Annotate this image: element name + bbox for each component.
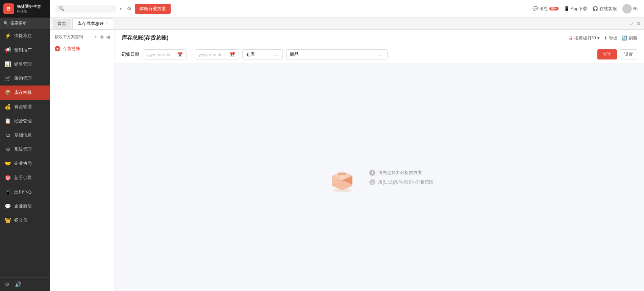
sidebar-item-purchase[interactable]: 🛒 采购管理 <box>0 71 50 86</box>
newuser-icon: 🎯 <box>5 175 11 181</box>
scheme-item-inventory-ledger[interactable]: ★ 存货总账 <box>50 43 115 55</box>
finance-icon: 💰 <box>5 104 11 110</box>
sidebar-nav: ⚡ 快捷导航 📢 营销推广 📊 销售管理 🛒 采购管理 📦 库存核算 💰 资金管… <box>0 29 50 277</box>
date-range-group: yyyy-mm-dd 📅 — yyyy-mm-dd 📅 <box>143 49 239 59</box>
tip-num-1: 1 <box>369 170 375 176</box>
calendar-to-icon: 📅 <box>229 52 235 57</box>
topbar-search-icon: 🔍 <box>59 6 64 11</box>
sidebar-item-operations[interactable]: 📋 经营管理 <box>0 114 50 128</box>
sidebar-item-finance[interactable]: 💰 资金管理 <box>0 100 50 114</box>
empty-illustration <box>325 161 359 194</box>
purchase-icon: 🛒 <box>5 75 11 81</box>
add-scheme-icon[interactable]: ＋ <box>93 34 98 40</box>
tip-num-2: 2 <box>369 179 375 185</box>
content-area: 按以下方案查询 ＋ ⊗ ◀ ★ 存货总账 库存总账(存货总账) 🖨 <box>50 30 644 291</box>
date-separator: — <box>189 52 193 57</box>
sidebar-item-appcenter[interactable]: 📱 应用中心 <box>0 185 50 199</box>
refresh-icon: 🔄 <box>622 35 627 41</box>
topbar-dropdown-icon[interactable]: ▾ <box>120 6 122 11</box>
filter-bar: 记账日期 yyyy-mm-dd 📅 — yyyy-mm-dd 📅 仓库 … <box>115 45 644 64</box>
online-support-btn[interactable]: 🎧 在线客服 <box>593 6 617 12</box>
print-btn[interactable]: 🖨 按模板打印 ▾ <box>568 35 600 41</box>
search-icon: 🔍 <box>3 21 8 26</box>
tab-close-icon[interactable]: × <box>106 21 108 26</box>
tab-inventory-ledger[interactable]: 库存成本总账 × <box>72 18 113 29</box>
topbar-settings-icon[interactable]: ⚙ <box>127 5 131 12</box>
date-to-placeholder: yyyy-mm-dd <box>199 52 223 57</box>
appcenter-icon: 📱 <box>5 189 11 195</box>
sidebar: B 畅捷通好生意 标准版 🔍 搜索菜单 ⚡ 快捷导航 📢 营销推广 📊 销售管理… <box>0 0 50 291</box>
operations-icon: 📋 <box>5 118 11 124</box>
inventory-icon: 📦 <box>5 90 11 96</box>
user-avatar <box>622 4 632 14</box>
sidebar-item-basic[interactable]: 🗂 基础信息 <box>0 128 50 142</box>
left-panel: 按以下方案查询 ＋ ⊗ ◀ ★ 存货总账 <box>50 30 115 291</box>
empty-state: 1 请先选择要分析的方案 2 用[过滤]条件来缩小分析范围 <box>325 161 433 194</box>
app-download-btn[interactable]: 📱 App下载 <box>564 6 587 12</box>
topbar-right: 💬 消息 99+ 📱 App下载 🎧 在线客服 Rit <box>532 4 639 14</box>
download-icon: 📱 <box>564 6 569 11</box>
sound-footer-icon[interactable]: 🔊 <box>15 281 22 288</box>
basic-icon: 🗂 <box>5 132 11 138</box>
page-title: 库存总账(存货总账) <box>122 34 169 42</box>
data-area: 1 请先选择要分析的方案 2 用[过滤]条件来缩小分析范围 <box>115 64 644 291</box>
settings-footer-icon[interactable]: ⚙ <box>5 281 9 288</box>
messages-btn[interactable]: 💬 消息 99+ <box>532 6 559 12</box>
refresh-btn[interactable]: 🔄 刷新 <box>622 35 637 41</box>
left-panel-header: 按以下方案查询 ＋ ⊗ ◀ <box>50 30 115 43</box>
sidebar-logo: B 畅捷通好生意 标准版 <box>0 0 50 18</box>
sidebar-item-vip[interactable]: 👑 畅会员 <box>0 213 50 227</box>
warehouse-filter[interactable]: 仓库 … <box>242 49 283 59</box>
sidebar-item-quick-nav[interactable]: ⚡ 快捷导航 <box>0 29 50 43</box>
calendar-from-icon: 📅 <box>177 52 183 57</box>
quick-nav-icon: ⚡ <box>5 33 11 39</box>
marketing-icon: 📢 <box>5 47 11 53</box>
date-to-input[interactable]: yyyy-mm-dd 📅 <box>195 49 239 59</box>
print-dropdown-icon[interactable]: ▾ <box>597 35 600 41</box>
sidebar-item-inventory[interactable]: 📦 库存核算 <box>0 86 50 100</box>
app-logo-icon: B <box>3 3 14 14</box>
date-from-input[interactable]: yyyy-mm-dd 📅 <box>143 49 187 59</box>
search-btn[interactable]: 查询 <box>597 49 617 59</box>
topbar: 🔍 ▾ ⚙ 体验行业方案 💬 消息 99+ 📱 App下载 🎧 在线客服 Rit <box>50 0 644 18</box>
resize-icon[interactable]: ⤢ <box>630 21 634 26</box>
filter-actions: 查询 设置 <box>597 49 637 59</box>
svg-marker-6 <box>338 173 346 175</box>
sidebar-item-newuser[interactable]: 🎯 新手引导 <box>0 171 50 185</box>
scheme-dot: ★ <box>55 46 60 51</box>
tab-home[interactable]: 首页 <box>53 19 71 29</box>
message-icon: 💬 <box>532 6 538 11</box>
app-name: 畅捷通好生意 标准版 <box>17 4 41 14</box>
sidebar-item-wecom[interactable]: 💬 企业微信 <box>0 199 50 213</box>
user-menu[interactable]: Rit <box>622 4 639 14</box>
topbar-search[interactable]: 🔍 <box>55 5 116 13</box>
close-all-tabs-icon[interactable]: ✕ <box>636 20 641 27</box>
export-icon: ⬇ <box>604 35 608 41</box>
product-filter[interactable]: 商品 … <box>286 49 388 59</box>
date-from-placeholder: yyyy-mm-dd <box>146 52 170 57</box>
page-header-actions: 🖨 按模板打印 ▾ ⬇ 导出 🔄 刷新 <box>568 35 637 41</box>
vip-icon: 👑 <box>5 217 11 223</box>
cooperation-icon: 🤝 <box>5 161 11 167</box>
sidebar-item-cooperation[interactable]: 🤝 企业协同 <box>0 156 50 171</box>
page-header: 库存总账(存货总账) 🖨 按模板打印 ▾ ⬇ 导出 🔄 刷新 <box>115 30 644 45</box>
empty-tip-2: 2 用[过滤]条件来缩小分析范围 <box>369 179 433 185</box>
sidebar-search[interactable]: 🔍 搜索菜单 <box>0 18 50 29</box>
collapse-panel-icon[interactable]: ◀ <box>106 34 110 40</box>
product-more-icon: … <box>378 51 384 57</box>
left-panel-icons: ＋ ⊗ ◀ <box>93 34 110 40</box>
delete-scheme-icon[interactable]: ⊗ <box>100 34 104 40</box>
export-btn[interactable]: ⬇ 导出 <box>604 35 618 41</box>
industry-btn[interactable]: 体验行业方案 <box>135 4 171 14</box>
wecom-icon: 💬 <box>5 203 11 209</box>
sidebar-item-system[interactable]: ⚙ 系统管理 <box>0 142 50 156</box>
sidebar-item-sales[interactable]: 📊 销售管理 <box>0 57 50 71</box>
support-icon: 🎧 <box>593 6 598 11</box>
sidebar-footer: ⚙ 🔊 <box>0 277 50 291</box>
sidebar-item-marketing[interactable]: 📢 营销推广 <box>0 43 50 57</box>
system-icon: ⚙ <box>5 146 11 152</box>
filter-settings-btn[interactable]: 设置 <box>620 49 637 59</box>
empty-tips: 1 请先选择要分析的方案 2 用[过滤]条件来缩小分析范围 <box>369 170 433 185</box>
sales-icon: 📊 <box>5 61 11 67</box>
right-panel: 库存总账(存货总账) 🖨 按模板打印 ▾ ⬇ 导出 🔄 刷新 <box>115 30 644 291</box>
